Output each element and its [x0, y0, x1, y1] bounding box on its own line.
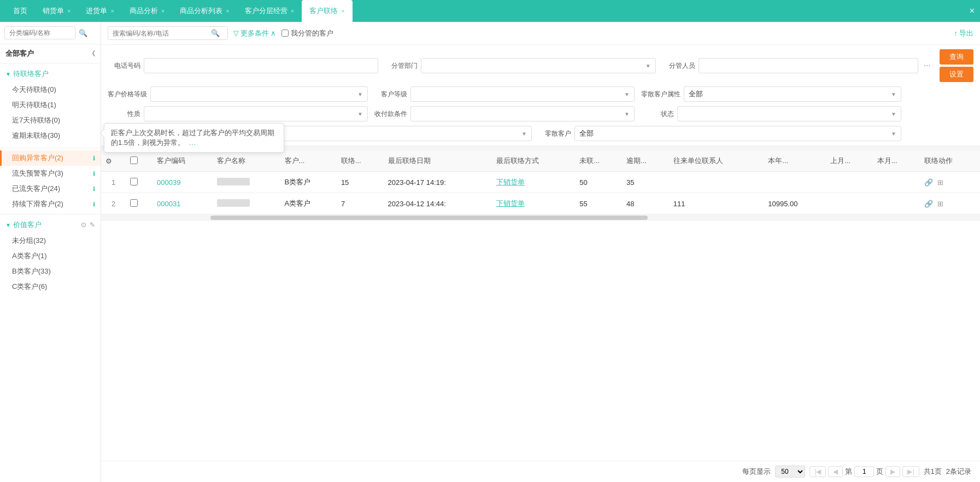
action-grid-icon-2[interactable]: ⊞ — [937, 200, 943, 208]
sidebar-search-input[interactable] — [4, 26, 75, 39]
sidebar-item-7days[interactable]: 近7天待联络(0) — [0, 113, 101, 128]
close-purchase-tab[interactable]: × — [110, 8, 114, 14]
sidebar-item-today[interactable]: 今天待联络(0) — [0, 82, 101, 97]
nature-select[interactable]: ▼ — [144, 106, 368, 121]
settings-button[interactable]: 设置 — [940, 67, 973, 82]
sidebar-item-class-b[interactable]: B类客户(33) — [0, 264, 101, 279]
status-label: 状态 — [641, 109, 674, 119]
action-link-icon-2[interactable]: 🔗 — [924, 200, 933, 208]
row-type-2: A类客户 — [280, 193, 337, 214]
nav-tab-purchase[interactable]: 进货单 × — [78, 0, 121, 22]
retail-attr-select[interactable]: 全部 ▼ — [684, 86, 901, 102]
window-close-button[interactable]: × — [970, 6, 975, 16]
col-header-type: 客户... — [280, 150, 337, 172]
retail-attr-label: 零散客户属性 — [641, 90, 680, 99]
more-conditions-btn[interactable]: ▽ 更多条件 ∧ — [233, 28, 276, 38]
close-customer-tier-tab[interactable]: × — [291, 8, 294, 14]
nav-tab-home[interactable]: 首页 — [5, 0, 35, 22]
sidebar-item-declining[interactable]: 持续下滑客户(2) ℹ — [0, 196, 101, 212]
sidebar-collapse-icon[interactable]: 《 — [89, 49, 95, 59]
my-customers-checkbox[interactable] — [281, 30, 289, 37]
filter-row-3: 性质 ▼ 收付款条件 ▼ 状态 — [108, 106, 973, 121]
filter-phone: 电话号码 — [108, 58, 378, 73]
payment-label: 收付款条件 — [374, 109, 407, 119]
customer-level-select[interactable]: ▼ — [410, 86, 635, 102]
action-link-icon-1[interactable]: 🔗 — [924, 178, 933, 187]
sidebar-section-header-pending[interactable]: ▼ 待联络客户 — [0, 66, 101, 82]
sidebar-all-customers[interactable]: 全部客户 《 — [0, 44, 101, 63]
row-contact-person-2: 111 — [669, 193, 764, 214]
col-header-current-month: 本月... — [873, 150, 920, 172]
nav-tab-customer-tier[interactable]: 客户分层经营 × — [237, 0, 302, 22]
current-page-input[interactable] — [854, 466, 874, 477]
per-page-select[interactable]: 20 50 100 — [775, 466, 805, 478]
sidebar-item-tomorrow[interactable]: 明天待联络(1) — [0, 97, 101, 113]
row-code-2[interactable]: 000031 — [152, 193, 213, 214]
sidebar-item-churn-warning[interactable]: 流失预警客户(3) ℹ — [0, 166, 101, 181]
checkbox-col-header[interactable] — [126, 150, 152, 172]
search-input-wrap: 🔍 — [108, 26, 228, 40]
filter-bar: 🔍 ▽ 更多条件 ∧ 我分管的客户 ↑ 导出 — [101, 22, 980, 45]
customer-level-label: 客户等级 — [374, 90, 407, 99]
manager-input[interactable] — [699, 58, 918, 73]
phone-input[interactable] — [144, 58, 378, 73]
sidebar-search-icon[interactable]: 🔍 — [79, 29, 87, 37]
info-icon-2: ℹ — [93, 185, 95, 193]
export-button[interactable]: ↑ 导出 — [954, 28, 974, 38]
main-layout: 🔍 全部客户 《 ▼ 待联络客户 今天待联络(0) 明天待联络(1) 近7天待联… — [0, 22, 980, 482]
nav-tab-sales[interactable]: 销货单 × — [35, 0, 78, 22]
settings-col-header[interactable]: ⚙ — [101, 150, 126, 172]
manager-dots-button[interactable]: ··· — [922, 61, 933, 71]
row-type-1: B类客户 — [280, 172, 337, 193]
row-checkbox-2[interactable] — [126, 193, 152, 214]
status-arrow-icon: ▼ — [891, 111, 896, 117]
payment-select[interactable]: ▼ — [410, 106, 635, 121]
close-product-analysis-tab[interactable]: × — [161, 8, 165, 14]
tooltip-ellipsis[interactable]: … — [189, 138, 196, 147]
search-icon[interactable]: 🔍 — [211, 29, 220, 37]
row-checkbox-input-1[interactable] — [130, 178, 138, 185]
first-page-button[interactable]: |◀ — [809, 466, 826, 477]
close-customer-contact-tab[interactable]: × — [341, 8, 344, 14]
sidebar-item-churned[interactable]: 已流失客户(24) ℹ — [0, 181, 101, 196]
row-checkbox-1[interactable] — [126, 172, 152, 193]
nav-tab-product-analysis[interactable]: 商品分析 × — [122, 0, 172, 22]
customer-group-manage-icon[interactable]: ✎ — [90, 221, 95, 229]
status-select[interactable]: ▼ — [677, 106, 901, 121]
scrollbar-thumb[interactable] — [210, 216, 648, 220]
nav-tab-product-list[interactable]: 商品分析列表 × — [172, 0, 237, 22]
horizontal-scrollbar[interactable] — [101, 214, 980, 221]
row-checkbox-input-2[interactable] — [130, 199, 138, 207]
sidebar-item-class-a[interactable]: A类客户(1) — [0, 248, 101, 264]
sidebar-item-class-c[interactable]: C类客户(6) — [0, 279, 101, 294]
filter-row-1: 电话号码 分管部门 ▼ 分管人员 ··· 查询 设置 — [108, 49, 973, 82]
search-input[interactable] — [113, 30, 211, 37]
customer-group-edit-icon[interactable]: ⊙ — [81, 221, 86, 229]
customer-type-arrow-icon: ▼ — [521, 131, 527, 137]
chevron-up-icon: ∧ — [271, 29, 276, 37]
dept-select[interactable]: ▼ — [421, 58, 655, 73]
col-header-last-method: 最后联络方式 — [492, 150, 575, 172]
select-all-checkbox[interactable] — [130, 156, 138, 164]
action-grid-icon-1[interactable]: ⊞ — [937, 178, 943, 187]
sidebar-item-overdue[interactable]: 逾期未联络(30) — [0, 128, 101, 143]
close-sales-tab[interactable]: × — [67, 8, 71, 14]
row-current-year-1 — [764, 172, 826, 193]
query-button[interactable]: 查询 — [940, 49, 973, 65]
nav-tab-customer-contact[interactable]: 客户联络 × — [302, 0, 352, 22]
filter-status: 状态 ▼ — [641, 106, 901, 121]
last-page-button[interactable]: ▶| — [902, 466, 919, 477]
row-last-method-2[interactable]: 下销货单 — [492, 193, 575, 214]
sidebar-item-ungrouped[interactable]: 未分组(32) — [0, 233, 101, 248]
next-page-button[interactable]: ▶ — [885, 466, 900, 477]
row-code-1[interactable]: 000039 — [152, 172, 213, 193]
sidebar-customer-group-header[interactable]: ▼ 价值客户 ⊙ ✎ — [0, 217, 101, 233]
retail-customer-select[interactable]: 全部 ▼ — [574, 126, 901, 141]
close-product-list-tab[interactable]: × — [226, 8, 229, 14]
price-level-select[interactable]: ▼ — [150, 86, 368, 102]
table-settings-icon[interactable]: ⚙ — [105, 157, 112, 165]
sidebar-item-repurchase-abnormal[interactable]: 回购异常客户(2) ℹ — [0, 150, 101, 166]
row-last-method-1[interactable]: 下销货单 — [492, 172, 575, 193]
my-customers-filter: 我分管的客户 — [281, 28, 333, 38]
prev-page-button[interactable]: ◀ — [828, 466, 843, 477]
